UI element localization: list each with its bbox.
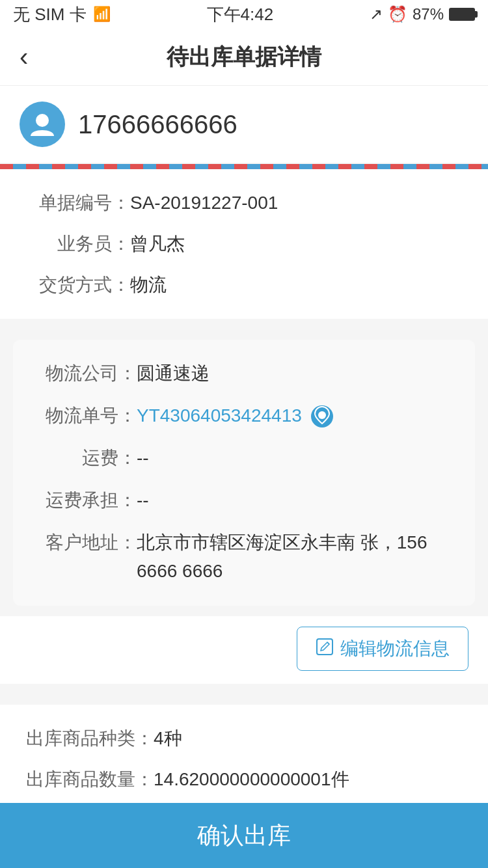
logistics-address-row: 客户地址： 北京市市辖区海淀区永丰南 张，156 6666 6666	[33, 528, 455, 587]
svg-point-0	[36, 114, 49, 127]
logistics-address-value: 北京市市辖区海淀区永丰南 张，156 6666 6666	[137, 528, 455, 587]
goods-section: 出库商品种类： 4种 出库商品数量： 14.620000000000001件	[0, 705, 488, 814]
order-info-section: 单据编号： SA-20191227-001 业务员： 曾凡杰 交货方式： 物流	[0, 169, 488, 319]
edit-icon	[316, 638, 334, 660]
delivery-method-label: 交货方式：	[26, 271, 130, 300]
document-number-label: 单据编号：	[26, 189, 130, 218]
logistics-freight-bearer-row: 运费承担： --	[33, 486, 455, 515]
status-left: 无 SIM 卡 📶	[13, 3, 111, 26]
battery-percent: 87%	[413, 5, 444, 23]
battery-icon	[449, 8, 475, 21]
sales-person-value: 曾凡杰	[130, 230, 462, 259]
goods-type-row: 出库商品种类： 4种	[26, 724, 462, 753]
carrier-label: 无 SIM 卡	[13, 3, 87, 26]
avatar	[20, 102, 65, 147]
section-divider-2	[0, 694, 488, 705]
alarm-icon: ⏰	[388, 5, 407, 23]
status-right: ↗ ⏰ 87%	[370, 5, 475, 23]
status-bar: 无 SIM 卡 📶 下午4:42 ↗ ⏰ 87%	[0, 0, 488, 29]
logistics-company-value: 圆通速递	[137, 359, 455, 388]
edit-logistics-label: 编辑物流信息	[340, 636, 450, 661]
delivery-method-value: 物流	[130, 271, 462, 300]
confirm-label: 确认出库	[197, 820, 291, 852]
sales-person-label: 业务员：	[26, 230, 130, 259]
edit-logistics-button[interactable]: 编辑物流信息	[297, 627, 468, 671]
dashed-divider	[0, 164, 488, 169]
document-number-row: 单据编号： SA-20191227-001	[26, 189, 462, 218]
goods-type-label: 出库商品种类：	[26, 724, 154, 753]
logistics-tracking-label: 物流单号：	[33, 401, 137, 431]
delivery-method-row: 交货方式： 物流	[26, 271, 462, 300]
logistics-freight-row: 运费： --	[33, 444, 455, 473]
nav-bar: ‹ 待出库单据详情	[0, 29, 488, 86]
page-title: 待出库单据详情	[167, 42, 321, 72]
back-button[interactable]: ‹	[13, 36, 34, 78]
logistics-freight-label: 运费：	[33, 444, 137, 473]
location-icon: ↗	[370, 5, 383, 23]
customer-phone: 17666666666	[78, 110, 237, 139]
document-number-value: SA-20191227-001	[130, 189, 462, 218]
logistics-tracking-value: YT43064053424413	[137, 401, 455, 431]
status-time: 下午4:42	[207, 3, 274, 26]
wifi-icon: 📶	[93, 6, 111, 23]
avatar-icon	[28, 110, 57, 139]
goods-quantity-row: 出库商品数量： 14.620000000000001件	[26, 765, 462, 794]
svg-line-3	[327, 642, 329, 644]
confirm-button[interactable]: 确认出库	[0, 803, 488, 868]
svg-point-1	[318, 411, 326, 419]
sales-person-row: 业务员： 曾凡杰	[26, 230, 462, 259]
logistics-freight-bearer-value: --	[137, 486, 455, 515]
goods-type-value: 4种	[154, 724, 462, 753]
customer-header: 17666666666	[0, 86, 488, 163]
goods-quantity-label: 出库商品数量：	[26, 765, 154, 794]
logistics-company-label: 物流公司：	[33, 359, 137, 388]
logistics-tracking-row: 物流单号： YT43064053424413	[33, 401, 455, 431]
goods-quantity-value: 14.620000000000001件	[154, 765, 462, 794]
edit-btn-row: 编辑物流信息	[0, 616, 488, 684]
logistics-address-label: 客户地址：	[33, 528, 137, 558]
logistics-card: 物流公司： 圆通速递 物流单号： YT43064053424413 运费： --…	[13, 340, 475, 606]
svg-rect-2	[317, 639, 332, 655]
logistics-freight-value: --	[137, 444, 455, 473]
map-pin-icon[interactable]	[311, 405, 333, 427]
section-divider-1	[0, 329, 488, 340]
back-icon: ‹	[20, 42, 28, 71]
logistics-freight-bearer-label: 运费承担：	[33, 486, 137, 515]
logistics-company-row: 物流公司： 圆通速递	[33, 359, 455, 388]
